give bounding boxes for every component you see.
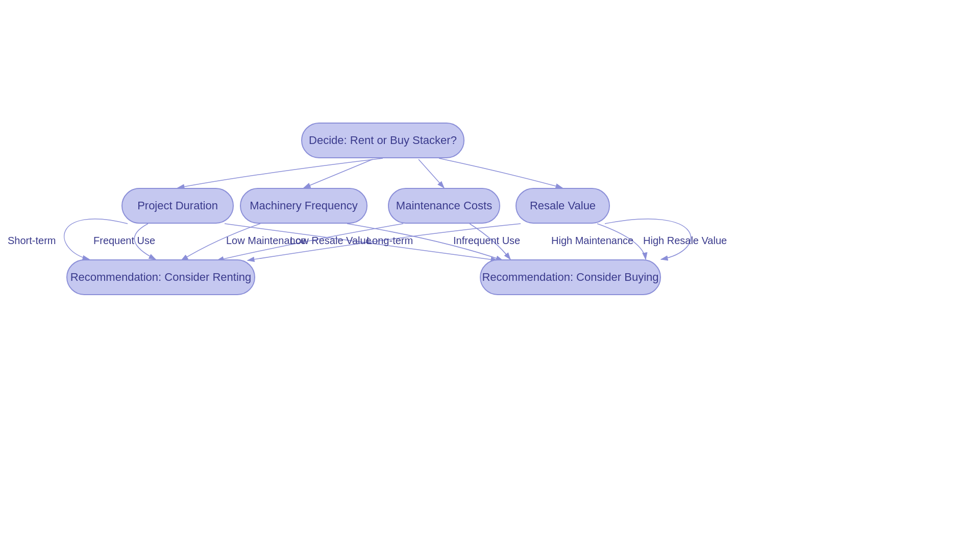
renting-label: Recommendation: Consider Renting: [70, 271, 252, 284]
high-resale-label: High Resale Value: [643, 235, 727, 247]
frequent-use-label: Frequent Use: [93, 235, 155, 247]
buying-node: Recommendation: Consider Buying: [480, 259, 661, 295]
short-term-label: Short-term: [8, 235, 56, 247]
project-duration-label: Project Duration: [137, 199, 218, 212]
root-node: Decide: Rent or Buy Stacker?: [301, 123, 464, 158]
maintenance-costs-label: Maintenance Costs: [396, 199, 492, 212]
root-label: Decide: Rent or Buy Stacker?: [309, 134, 457, 147]
buying-label: Recommendation: Consider Buying: [482, 271, 658, 284]
long-term-label: Long-term: [366, 235, 413, 247]
high-maintenance-label: High Maintenance: [551, 235, 633, 247]
machinery-frequency-node: Machinery Frequency: [240, 188, 368, 224]
project-duration-node: Project Duration: [121, 188, 234, 224]
infrequent-use-label: Infrequent Use: [453, 235, 520, 247]
machinery-frequency-label: Machinery Frequency: [250, 199, 358, 212]
resale-value-node: Resale Value: [516, 188, 610, 224]
renting-node: Recommendation: Consider Renting: [66, 259, 255, 295]
low-resale-label: Low Resale Value: [290, 235, 372, 247]
resale-value-label: Resale Value: [530, 199, 596, 212]
maintenance-costs-node: Maintenance Costs: [388, 188, 500, 224]
